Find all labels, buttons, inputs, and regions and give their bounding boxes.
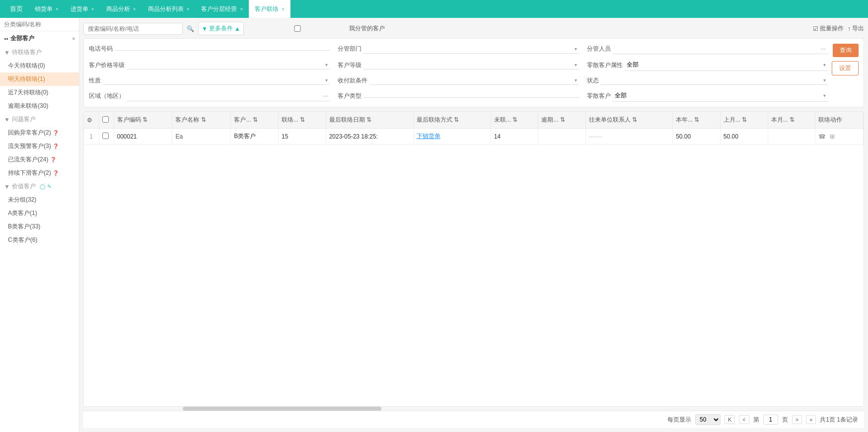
- page-number-input[interactable]: [763, 415, 778, 425]
- sidebar-item-overdue-contact[interactable]: 逾期未联络(30): [0, 99, 79, 113]
- nav-product-analysis-list-close-icon[interactable]: ×: [187, 6, 190, 12]
- action-more-icon[interactable]: ⊞: [830, 133, 835, 140]
- sidebar-category-value[interactable]: ▼ 价值客户 ◯ ✎: [0, 180, 79, 193]
- col-header-this-year[interactable]: 本年... ⇅: [673, 112, 721, 129]
- my-customers-checkbox[interactable]: [248, 25, 347, 32]
- value-refresh-icon[interactable]: ◯: [40, 184, 45, 189]
- nav-customer-contact-close-icon[interactable]: ×: [282, 6, 285, 12]
- last-page-button[interactable]: »: [806, 415, 816, 424]
- total-info: 共1页 1条记录: [820, 416, 858, 424]
- search-icon[interactable]: 🔍: [187, 25, 194, 32]
- col-header-last-date[interactable]: 最后联络日期 ⇅: [326, 112, 413, 129]
- nav-sales-order[interactable]: 销货单 ×: [29, 0, 65, 18]
- filter-nature-select[interactable]: ▾: [103, 76, 330, 85]
- filter-phone-input[interactable]: [115, 47, 330, 51]
- nav-purchase-order-close-icon[interactable]: ×: [91, 6, 94, 12]
- filter-customer-type-select[interactable]: [363, 94, 579, 98]
- filter-status-select[interactable]: ▾: [601, 76, 828, 85]
- sidebar-collapse-icon[interactable]: «: [72, 36, 75, 41]
- filter-scatter-attr-select[interactable]: 全部 ▾: [625, 59, 828, 71]
- customer-level-arrow-icon: ▾: [575, 62, 577, 68]
- setting-button[interactable]: 设置: [832, 61, 859, 75]
- col-header-name[interactable]: 客户名称 ⇅: [172, 112, 231, 129]
- col-header-last-method[interactable]: 最后联络方式 ⇅: [413, 112, 491, 129]
- sidebar-item-continuous-decline[interactable]: 持续下滑客户(2) ❓: [0, 166, 79, 180]
- sidebar-search-input[interactable]: [4, 21, 78, 28]
- last-method-link[interactable]: 下销货单: [417, 133, 440, 140]
- nav-purchase-order[interactable]: 进货单 ×: [65, 0, 100, 18]
- nav-product-analysis-list[interactable]: 商品分析列表 ×: [142, 0, 196, 18]
- nav-customer-contact[interactable]: 客户联络 ×: [249, 0, 290, 18]
- select-all-checkbox[interactable]: [102, 116, 109, 123]
- sidebar-item-class-c[interactable]: C类客户(6): [0, 233, 79, 247]
- advanced-filter-panel: 电话号码 分管部门 ▾: [83, 38, 864, 107]
- filter-customer-level-select[interactable]: ▾: [363, 61, 579, 70]
- col-header-overdue[interactable]: 逾期... ⇅: [538, 112, 586, 129]
- nav-customer-layering[interactable]: 客户分层经营 ×: [195, 0, 249, 18]
- filter-dept-select[interactable]: ▾: [363, 45, 579, 54]
- value-edit-icon[interactable]: ✎: [47, 184, 51, 189]
- dept-arrow-icon: ▾: [575, 46, 577, 52]
- col-header-code[interactable]: 客户编码 ⇅: [114, 112, 172, 129]
- row-checkbox[interactable]: [102, 133, 109, 139]
- col-header-this-month[interactable]: 本月... ⇅: [768, 112, 815, 129]
- export-button[interactable]: ↑ 导出: [848, 24, 864, 33]
- my-customers-checkbox-label[interactable]: 我分管的客户: [248, 24, 385, 33]
- filter-payment-select[interactable]: ▾: [369, 76, 579, 85]
- horizontal-scrollbar[interactable]: [83, 407, 864, 411]
- next-page-button[interactable]: >: [792, 415, 802, 424]
- scrollbar-thumb[interactable]: [183, 407, 381, 411]
- nav-customer-layering-close-icon[interactable]: ×: [240, 6, 243, 12]
- sidebar-item-repurchase-abnormal[interactable]: 回购异常客户(2) ❓: [0, 126, 79, 140]
- nav-product-analysis[interactable]: 商品分析 ×: [100, 0, 142, 18]
- sidebar-item-churned[interactable]: 已流失客户(24) ❓: [0, 153, 79, 166]
- more-conditions-button[interactable]: ▼ 更多条件 ▲: [198, 22, 244, 35]
- filter-scatter-select[interactable]: 全部 ▾: [613, 90, 828, 102]
- filter-scatter-attr-cell: 零散客户属性 全部 ▾: [587, 59, 828, 71]
- col-header-last-month[interactable]: 上月... ⇅: [720, 112, 768, 129]
- nav-product-analysis-close-icon[interactable]: ×: [133, 6, 136, 12]
- row-name[interactable]: Ea: [172, 129, 231, 144]
- nav-home[interactable]: 首页: [4, 0, 29, 18]
- per-page-select[interactable]: 50 100 200: [695, 414, 721, 425]
- sidebar-item-class-b[interactable]: B类客户(33): [0, 220, 79, 233]
- row-checkbox-cell[interactable]: [99, 129, 114, 144]
- filter-area-cell: 区域（地区） ···: [89, 90, 330, 102]
- col-header-contact[interactable]: 联络... ⇅: [278, 112, 326, 129]
- col-header-unit-contact[interactable]: 往来单位联系人 ⇅: [586, 112, 673, 129]
- filter-price-level-select[interactable]: ▾: [127, 61, 330, 70]
- pending-triangle-icon: ▼: [4, 49, 10, 56]
- filter-manager-input[interactable]: ···: [613, 44, 828, 54]
- col-header-gear[interactable]: ⚙: [84, 112, 99, 129]
- query-button[interactable]: 查询: [833, 44, 859, 57]
- filter-scatter-attr-label: 零散客户属性: [587, 61, 623, 70]
- sidebar-item-ungrouped[interactable]: 未分组(32): [0, 193, 79, 207]
- prev-page-button[interactable]: <: [739, 415, 749, 424]
- sidebar-category-pending[interactable]: ▼ 待联络客户: [0, 46, 79, 59]
- sidebar: 🔍 ▪▪ 全部客户 « ▼ 待联络客户 今天待联络(0) 明天待联络(1) 近7…: [0, 18, 79, 432]
- filter-area-select[interactable]: ···: [127, 91, 330, 101]
- action-call-icon[interactable]: ☎: [818, 133, 826, 140]
- col-header-type[interactable]: 客户... ⇅: [231, 112, 279, 129]
- row-this-month: [768, 129, 815, 144]
- row-last-method[interactable]: 下销货单: [413, 129, 491, 144]
- batch-operation-button[interactable]: ☑ 批量操作: [813, 24, 844, 33]
- data-table: ⚙ 客户编码 ⇅ 客户名称 ⇅ 客户... ⇅ 联络... ⇅ 最后联络日期 ⇅…: [83, 111, 864, 407]
- row-last-month: 50.00: [720, 129, 768, 144]
- query-buttons-area: 查询 设置: [832, 44, 859, 75]
- sidebar-item-today-contact[interactable]: 今天待联络(0): [0, 59, 79, 72]
- sidebar-item-churn-warning[interactable]: 流失预警客户(3) ❓: [0, 140, 79, 153]
- sidebar-category-problem[interactable]: ▼ 问题客户: [0, 113, 79, 126]
- sidebar-item-tomorrow-contact[interactable]: 明天待联络(1): [0, 72, 79, 86]
- page-label: 第: [753, 416, 759, 424]
- col-header-uncontacted[interactable]: 未联... ⇅: [491, 112, 538, 129]
- filter-price-level-label: 客户价格等级: [89, 61, 125, 70]
- search-input[interactable]: [83, 23, 183, 35]
- sidebar-item-7days-contact[interactable]: 近7天待联络(0): [0, 86, 79, 99]
- main-layout: 🔍 ▪▪ 全部客户 « ▼ 待联络客户 今天待联络(0) 明天待联络(1) 近7…: [0, 18, 868, 432]
- sidebar-all-customers[interactable]: ▪▪ 全部客户 «: [0, 31, 79, 46]
- sidebar-item-class-a[interactable]: A类客户(1): [0, 207, 79, 220]
- nav-sales-order-close-icon[interactable]: ×: [56, 6, 59, 12]
- filter-status-label: 状态: [587, 76, 599, 85]
- first-page-button[interactable]: K: [724, 415, 735, 424]
